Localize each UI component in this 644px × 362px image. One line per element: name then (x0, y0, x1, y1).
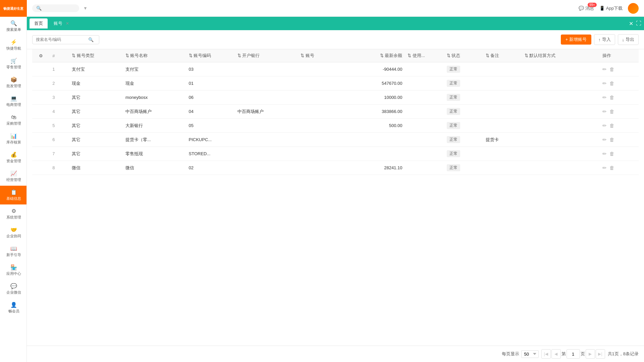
sidebar-item-purchase[interactable]: 🛍采购管理 (0, 111, 26, 129)
edit-btn-0[interactable]: ✏ (602, 66, 607, 72)
top-search-icon: 🔍 (36, 6, 42, 11)
sidebar-label-operation: 经营管理 (6, 177, 21, 182)
tab-expand-icon[interactable]: ⛶ (636, 20, 641, 27)
delete-btn-4[interactable]: 🗑 (609, 123, 614, 129)
user-avatar[interactable] (628, 3, 639, 14)
app-download-button[interactable]: 📱 App下载 (599, 5, 623, 11)
cell-num-5: 6 (50, 133, 69, 147)
top-search-input[interactable] (44, 6, 77, 11)
message-badge: 99+ (588, 3, 597, 7)
tab-close-all-icon[interactable]: ✕ (629, 20, 633, 27)
sidebar-label-basic: 基础信息 (6, 196, 21, 201)
edit-btn-2[interactable]: ✏ (602, 95, 607, 101)
th-balance[interactable]: ⇅ 最新余额 (346, 49, 405, 62)
tab-home[interactable]: 首页 (30, 18, 48, 28)
sidebar-item-wechat[interactable]: 💬企业微信 (0, 280, 26, 298)
sidebar-item-ecommerce[interactable]: 💻电商管理 (0, 92, 26, 111)
th-default[interactable]: ⇅ 默认结算方式 (522, 49, 600, 62)
th-bank[interactable]: ⇅ 开户银行 (235, 49, 298, 62)
delete-btn-2[interactable]: 🗑 (609, 95, 614, 101)
sidebar-label-wechat: 企业微信 (6, 290, 21, 295)
status-badge-2: 正常 (447, 94, 460, 101)
cell-remark-1 (483, 76, 522, 90)
account-search-icon[interactable]: 🔍 (88, 37, 94, 42)
sidebar-label-finance: 资金管理 (6, 159, 21, 164)
top-search-bar[interactable]: 🔍 (32, 4, 79, 12)
dropdown-arrow-icon[interactable]: ▼ (83, 6, 88, 11)
pagination-bar: 每页显示 50 100 200 |◀ ◀ 第 页 ▶ ▶| 共1页，8条记录 (27, 346, 644, 362)
cell-type-4: 其它 (69, 119, 123, 133)
sidebar-item-search[interactable]: 🔍搜索菜单 (0, 17, 26, 36)
th-name[interactable]: ⇅ 账号名称 (123, 49, 186, 62)
export-button[interactable]: ↓ 导出 (618, 34, 639, 45)
th-account[interactable]: ⇅ 账号 (298, 49, 346, 62)
cell-remark-7 (483, 161, 522, 175)
cell-action-0: ✏ 🗑 (600, 62, 639, 76)
edit-btn-3[interactable]: ✏ (602, 109, 607, 115)
cell-balance-3: 383866.00 (346, 105, 405, 119)
cell-name-0: 支付宝 (123, 62, 186, 76)
sidebar-item-inventory[interactable]: 📊库存核算 (0, 129, 26, 148)
sidebar-item-finance[interactable]: 💰资金管理 (0, 148, 26, 167)
th-status[interactable]: ⇅ 状态 (444, 49, 483, 62)
message-button[interactable]: 💬 消息 99+ (579, 5, 594, 11)
cell-settings-6 (32, 147, 50, 161)
cell-balance-6 (346, 147, 405, 161)
account-search-wrap[interactable]: 🔍 (32, 35, 99, 44)
page-last-btn[interactable]: ▶| (596, 349, 605, 359)
toolbar-left: 🔍 (32, 35, 99, 44)
cell-status-4: 正常 (444, 119, 483, 133)
account-search-input[interactable] (36, 37, 86, 42)
cell-use-6 (405, 147, 444, 161)
tab-bar-right: ✕ ⛶ (629, 20, 641, 27)
sidebar-item-enterprise[interactable]: 🤝企业协同 (0, 223, 26, 242)
page-first-btn[interactable]: |◀ (541, 349, 551, 359)
sidebar-item-retail[interactable]: 🛒零售管理 (0, 54, 26, 73)
cell-name-4: 大新银行 (123, 119, 186, 133)
sidebar-item-operation[interactable]: 📈经营管理 (0, 167, 26, 186)
delete-btn-6[interactable]: 🗑 (609, 151, 614, 157)
sidebar-item-system[interactable]: ⚙系统管理 (0, 204, 26, 223)
table-row: 8 微信 微信 02 28241.10 正常 ✏ 🗑 (32, 161, 639, 175)
status-badge-5: 正常 (447, 136, 460, 143)
th-remark[interactable]: ⇅ 备注 (483, 49, 522, 62)
sidebar-item-shortcut[interactable]: ⚡快捷导航 (0, 36, 26, 54)
delete-btn-0[interactable]: 🗑 (609, 66, 614, 72)
content-area: 🔍 + 新增账号 ↑ 导入 ↓ 导出 ⚙ (27, 30, 644, 362)
page-input[interactable] (567, 349, 580, 359)
sidebar-item-basic[interactable]: 📋基础信息 (0, 186, 26, 204)
edit-btn-1[interactable]: ✏ (602, 80, 607, 86)
sidebar-item-appstore[interactable]: 🏪应用中心 (0, 261, 26, 280)
delete-btn-1[interactable]: 🗑 (609, 80, 614, 86)
cell-action-7: ✏ 🗑 (600, 161, 639, 175)
add-account-button[interactable]: + 新增账号 (561, 35, 591, 45)
top-header: 🔍 ▼ 💬 消息 99+ 📱 App下载 (27, 0, 644, 17)
table-row: 7 其它 零售抵现 STORED... 正常 ✏ 🗑 (32, 147, 639, 161)
page-next-btn[interactable]: ▶ (586, 349, 595, 359)
sidebar-icon-system: ⚙ (11, 208, 16, 214)
tab-account-close[interactable]: ✕ (66, 21, 69, 26)
cell-balance-7: 28241.10 (346, 161, 405, 175)
delete-btn-3[interactable]: 🗑 (609, 109, 614, 115)
cell-account-0 (298, 62, 346, 76)
edit-btn-6[interactable]: ✏ (602, 151, 607, 157)
sidebar-item-member[interactable]: 👤畅会员 (0, 298, 26, 317)
import-button[interactable]: ↑ 导入 (594, 34, 615, 45)
th-type[interactable]: ⇅ 账号类型 (69, 49, 123, 62)
sidebar-label-wholesale: 批发管理 (6, 83, 21, 88)
delete-btn-7[interactable]: 🗑 (609, 165, 614, 171)
edit-btn-7[interactable]: ✏ (602, 165, 607, 171)
tab-account[interactable]: 账号 ✕ (49, 18, 74, 28)
page-prev-btn[interactable]: ◀ (551, 349, 561, 359)
edit-btn-4[interactable]: ✏ (602, 123, 607, 129)
cell-code-7: 02 (186, 161, 235, 175)
th-use[interactable]: ⇅ 使用... (405, 49, 444, 62)
th-code[interactable]: ⇅ 账号编码 (186, 49, 235, 62)
th-settings[interactable]: ⚙ (32, 49, 50, 62)
sidebar-item-wholesale[interactable]: 📦批发管理 (0, 73, 26, 92)
page-size-select[interactable]: 50 100 200 (521, 350, 539, 358)
edit-btn-5[interactable]: ✏ (602, 137, 607, 143)
delete-btn-5[interactable]: 🗑 (609, 137, 614, 143)
sidebar-label-purchase: 采购管理 (6, 121, 21, 126)
sidebar-item-guide[interactable]: 📖新手引导 (0, 242, 26, 261)
